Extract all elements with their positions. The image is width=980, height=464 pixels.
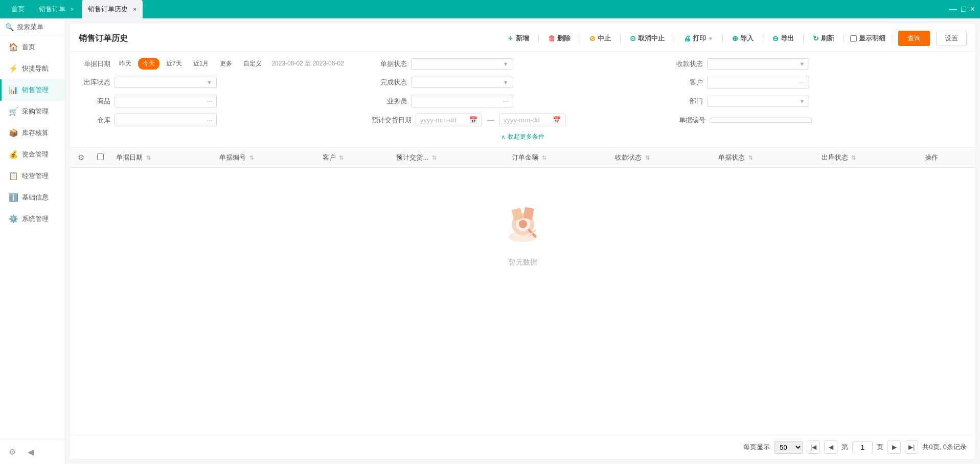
delete-button[interactable]: 🗑 删除 [545,32,574,45]
table-header-row: ⚙ 单据日期 ⇅ 单据编号 ⇅ [71,148,975,168]
select-all-checkbox[interactable] [97,153,104,160]
date-chip-7days[interactable]: 近7天 [162,58,187,70]
empty-icon [497,198,549,250]
customer-label: 客户 [670,78,707,87]
th-number[interactable]: 单据编号 ⇅ [213,148,316,168]
divider-2 [580,34,580,42]
close-btn[interactable]: × [970,5,975,14]
th-customer[interactable]: 客户 ⇅ [316,148,391,168]
th-amount[interactable]: 订单金额 ⇅ [506,148,609,168]
bill-number-input[interactable] [710,118,812,123]
complete-status-select[interactable]: ▼ [411,77,513,88]
product-label: 商品 [79,97,115,106]
date-from-placeholder: yyyy-mm-dd [420,116,457,124]
date-chip-custom[interactable]: 自定义 [239,58,266,70]
query-button[interactable]: 查询 [898,31,930,46]
salesperson-input[interactable]: ··· [411,95,513,107]
sidebar-search[interactable]: 🔍 搜索菜单 [0,18,65,36]
search-icon: 🔍 [5,23,14,31]
sidebar-item-inventory[interactable]: 📦 库存核算 [0,122,65,144]
import-icon: ⊕ [732,34,738,42]
sidebar-item-system[interactable]: ⚙️ 系统管理 [0,208,65,230]
divider-8 [844,34,844,42]
th-delivery-status[interactable]: 出库状态 ⇅ [815,148,919,168]
first-page-btn[interactable]: |◀ [807,440,820,454]
receipt-status-select[interactable]: ▼ [707,58,809,70]
date-from-input[interactable]: yyyy-mm-dd 📅 [416,114,482,126]
warehouse-label: 仓库 [79,116,115,125]
page-label-suffix: 页 [877,443,883,452]
settings-button[interactable]: 设置 [936,31,967,46]
th-receipt-status[interactable]: 收款状态 ⇅ [609,148,712,168]
date-chip-more[interactable]: 更多 [215,58,237,70]
sidebar-item-quick-nav-label: 快捷导航 [22,64,49,73]
th-settings[interactable]: ⚙ [71,148,91,168]
th-date-label: 单据日期 [116,153,143,161]
prev-page-btn[interactable]: ◀ [824,440,837,454]
th-checkbox[interactable] [91,148,110,168]
current-page-input[interactable] [852,441,873,453]
sidebar-item-purchase[interactable]: 🛒 采购管理 [0,101,65,122]
th-expected-delivery-sort-icon: ⇅ [432,154,437,161]
tab-sales-order[interactable]: 销售订单 × [33,0,80,18]
tab-sales-order-close[interactable]: × [71,6,74,12]
print-button[interactable]: 🖨 打印 ▼ [680,32,716,45]
print-label: 打印 [693,34,706,43]
sidebar-collapse-btn[interactable]: ◀ [24,445,38,459]
th-expected-delivery[interactable]: 预计交货... ⇅ [390,148,506,168]
sidebar-item-basic-info-label: 基础信息 [22,193,49,202]
tab-list: 首页 销售订单 × 销售订单历史 × [5,0,143,18]
product-input[interactable]: ··· [115,95,217,107]
display-detail-checkbox[interactable] [850,35,857,42]
department-label: 部门 [670,97,707,106]
svg-point-3 [519,220,527,228]
last-page-btn[interactable]: ▶| [905,440,918,454]
sidebar-item-home[interactable]: 🏠 首页 [0,36,65,58]
table-settings-icon[interactable]: ⚙ [78,153,84,162]
refresh-button[interactable]: ↻ 刷新 [810,32,837,45]
new-button[interactable]: ＋ 新增 [504,32,532,45]
page-size-select[interactable]: 50 10 20 100 [774,441,803,454]
sidebar-settings-btn[interactable]: ⚙ [5,445,19,459]
sidebar-search-label: 搜索菜单 [17,23,43,32]
date-chip-today[interactable]: 今天 [138,58,159,70]
sidebar-item-quick-nav[interactable]: ⚡ 快捷导航 [0,58,65,79]
tab-sales-order-label: 销售订单 [39,5,65,14]
operations-icon: 📋 [9,171,18,181]
sidebar-item-basic-info[interactable]: ℹ️ 基础信息 [0,187,65,208]
display-detail-toggle[interactable]: 显示明细 [850,34,885,43]
sidebar-item-home-label: 首页 [22,42,35,52]
department-select[interactable]: ▼ [707,96,809,107]
cancel-stop-button[interactable]: ⊙ 取消中止 [627,32,668,45]
th-customer-label: 客户 [323,153,336,161]
restore-btn[interactable]: □ [961,5,966,14]
customer-input[interactable]: ··· [707,76,809,89]
sidebar-item-operations[interactable]: 📋 经营管理 [0,165,65,187]
warehouse-input[interactable]: ··· [115,114,217,126]
date-chip-1month[interactable]: 近1月 [189,58,214,70]
export-button[interactable]: ⊖ 导出 [769,32,797,45]
th-date[interactable]: 单据日期 ⇅ [110,148,213,168]
stop-button[interactable]: ⊘ 中止 [586,32,614,45]
th-bill-status[interactable]: 单据状态 ⇅ [712,148,815,168]
bill-status-select[interactable]: ▼ [411,58,513,70]
import-button[interactable]: ⊕ 导入 [729,32,757,45]
tab-sales-order-history[interactable]: 销售订单历史 × [82,0,142,18]
date-to-input[interactable]: yyyy-mm-dd 📅 [499,114,565,126]
th-date-sort-icon: ⇅ [146,154,151,161]
tab-sales-order-history-close[interactable]: × [133,6,136,12]
sidebar-item-finance[interactable]: 💰 资金管理 [0,144,65,165]
department-filter: ▼ [707,96,967,107]
delivery-status-select[interactable]: ▼ [115,77,217,88]
salesperson-label: 业务员 [374,97,411,106]
tab-home[interactable]: 首页 [5,0,31,18]
filter-row-warehouse: 仓库 ··· 预计交货日期 yyyy-mm-dd 📅 — yyyy-mm-dd [79,114,967,126]
date-chip-yesterday[interactable]: 昨天 [115,58,136,70]
divider-9 [892,34,892,42]
pagination-footer: 每页显示 50 10 20 100 |◀ ◀ 第 页 ▶ ▶| 共0页, 0条记… [71,435,975,459]
minimize-btn[interactable]: — [949,5,957,14]
next-page-btn[interactable]: ▶ [887,440,901,454]
collapse-more-btn[interactable]: ∧ 收起更多条件 [79,132,967,141]
complete-status-label: 完成状态 [374,78,411,87]
sidebar-item-sales[interactable]: 📊 销售管理 [0,79,65,101]
